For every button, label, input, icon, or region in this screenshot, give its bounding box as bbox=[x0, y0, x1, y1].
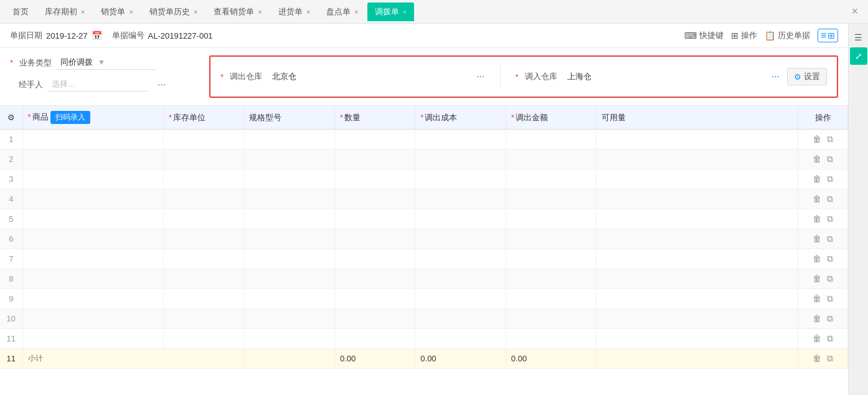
row-product[interactable] bbox=[22, 249, 163, 269]
row-amount[interactable] bbox=[506, 189, 597, 209]
row-product[interactable] bbox=[22, 229, 163, 249]
row-qty[interactable] bbox=[334, 229, 415, 249]
row-available[interactable] bbox=[597, 209, 798, 229]
row-cost[interactable] bbox=[415, 269, 506, 289]
row-product[interactable] bbox=[22, 329, 163, 349]
row-cost[interactable] bbox=[415, 329, 506, 349]
row-spec[interactable] bbox=[244, 289, 335, 309]
tab-inventory-count[interactable]: 盘点单× bbox=[319, 2, 366, 21]
delete-icon[interactable]: 🗑 bbox=[813, 234, 821, 244]
row-spec[interactable] bbox=[244, 150, 335, 169]
row-product[interactable] bbox=[22, 169, 163, 189]
delete-icon[interactable]: 🗑 bbox=[813, 254, 821, 264]
tab-close-inventory-count[interactable]: × bbox=[354, 8, 358, 16]
tab-sales-order[interactable]: 销货单× bbox=[93, 2, 140, 21]
row-unit[interactable] bbox=[163, 130, 243, 150]
row-spec[interactable] bbox=[244, 229, 335, 249]
history-button[interactable]: 📋 历史单据 bbox=[765, 30, 810, 41]
tab-close-transfer-order[interactable]: × bbox=[403, 8, 407, 16]
row-unit[interactable] bbox=[163, 229, 243, 249]
row-product[interactable] bbox=[22, 150, 163, 169]
row-qty[interactable] bbox=[334, 249, 415, 269]
row-spec[interactable] bbox=[244, 169, 335, 189]
tab-purchase-order[interactable]: 进货单× bbox=[271, 2, 318, 21]
col-gear[interactable]: ⚙ bbox=[0, 106, 22, 130]
row-unit[interactable] bbox=[163, 209, 243, 229]
delete-icon[interactable]: 🗑 bbox=[813, 333, 821, 343]
copy-icon[interactable]: ⧉ bbox=[827, 194, 833, 204]
copy-icon[interactable]: ⧉ bbox=[827, 293, 833, 303]
tab-view-sales[interactable]: 查看销货单× bbox=[206, 2, 269, 21]
row-unit[interactable] bbox=[163, 309, 243, 329]
copy-icon[interactable]: ⧉ bbox=[827, 174, 833, 184]
out-warehouse-more-icon[interactable]: ··· bbox=[476, 71, 484, 82]
operations-button[interactable]: ⊞ 操作 bbox=[731, 30, 757, 41]
tab-inventory-init[interactable]: 库存期初× bbox=[37, 2, 92, 21]
row-spec[interactable] bbox=[244, 130, 335, 150]
row-cost[interactable] bbox=[415, 289, 506, 309]
row-cost[interactable] bbox=[415, 189, 506, 209]
delete-icon[interactable]: 🗑 bbox=[813, 313, 821, 323]
row-amount[interactable] bbox=[506, 150, 597, 169]
row-cost[interactable] bbox=[415, 209, 506, 229]
row-available[interactable] bbox=[597, 150, 798, 169]
row-product[interactable] bbox=[22, 189, 163, 209]
copy-icon[interactable]: ⧉ bbox=[827, 333, 833, 343]
row-cost[interactable] bbox=[415, 249, 506, 269]
biz-type-dropdown[interactable]: 同价调拨 ▼ bbox=[57, 55, 156, 70]
copy-icon[interactable]: ⧉ bbox=[827, 234, 833, 244]
delete-icon[interactable]: 🗑 bbox=[813, 293, 821, 303]
copy-icon[interactable]: ⧉ bbox=[827, 254, 833, 264]
row-available[interactable] bbox=[597, 329, 798, 349]
in-warehouse-more-icon[interactable]: ··· bbox=[771, 71, 780, 82]
tab-close-sales-order[interactable]: × bbox=[129, 8, 133, 16]
row-amount[interactable] bbox=[506, 249, 597, 269]
sidebar-expand-button[interactable]: ⤢ bbox=[850, 47, 867, 65]
row-product[interactable] bbox=[22, 269, 163, 289]
tab-close-purchase-order[interactable]: × bbox=[306, 8, 310, 16]
row-available[interactable] bbox=[597, 169, 798, 189]
row-cost[interactable] bbox=[415, 309, 506, 329]
tab-home[interactable]: 首页 bbox=[5, 2, 36, 21]
copy-icon[interactable]: ⧉ bbox=[827, 313, 833, 323]
row-amount[interactable] bbox=[506, 329, 597, 349]
row-available[interactable] bbox=[597, 130, 798, 150]
row-cost[interactable] bbox=[415, 169, 506, 189]
tab-transfer-order[interactable]: 调拨单× bbox=[367, 2, 414, 21]
row-spec[interactable] bbox=[244, 309, 335, 329]
row-amount[interactable] bbox=[506, 229, 597, 249]
tab-close-inventory-init[interactable]: × bbox=[81, 8, 85, 16]
row-spec[interactable] bbox=[244, 269, 335, 289]
row-product[interactable] bbox=[22, 130, 163, 150]
row-qty[interactable] bbox=[334, 130, 415, 150]
handler-more-icon[interactable]: ··· bbox=[158, 79, 166, 90]
row-available[interactable] bbox=[597, 269, 798, 289]
row-unit[interactable] bbox=[163, 189, 243, 209]
delete-icon[interactable]: 🗑 bbox=[813, 154, 821, 164]
sidebar-list-button[interactable]: ☰ bbox=[850, 29, 867, 46]
row-product[interactable] bbox=[22, 209, 163, 229]
row-amount[interactable] bbox=[506, 269, 597, 289]
row-available[interactable] bbox=[597, 229, 798, 249]
row-amount[interactable] bbox=[506, 309, 597, 329]
row-qty[interactable] bbox=[334, 329, 415, 349]
subtotal-copy-icon[interactable]: ⧉ bbox=[827, 353, 833, 363]
scan-barcode-button[interactable]: 扫码录入 bbox=[50, 111, 90, 124]
tab-close-sales-history[interactable]: × bbox=[194, 8, 197, 16]
row-unit[interactable] bbox=[163, 169, 243, 189]
row-available[interactable] bbox=[597, 249, 798, 269]
row-cost[interactable] bbox=[415, 150, 506, 169]
row-available[interactable] bbox=[597, 309, 798, 329]
shortcut-button[interactable]: ⌨ 快捷键 bbox=[684, 30, 724, 41]
row-qty[interactable] bbox=[334, 209, 415, 229]
copy-icon[interactable]: ⧉ bbox=[827, 134, 833, 144]
subtotal-delete-icon[interactable]: 🗑 bbox=[813, 353, 821, 363]
row-cost[interactable] bbox=[415, 229, 506, 249]
row-amount[interactable] bbox=[506, 289, 597, 309]
row-spec[interactable] bbox=[244, 329, 335, 349]
row-qty[interactable] bbox=[334, 269, 415, 289]
row-amount[interactable] bbox=[506, 169, 597, 189]
row-unit[interactable] bbox=[163, 249, 243, 269]
close-all-button[interactable]: × bbox=[846, 5, 863, 18]
delete-icon[interactable]: 🗑 bbox=[813, 214, 821, 224]
